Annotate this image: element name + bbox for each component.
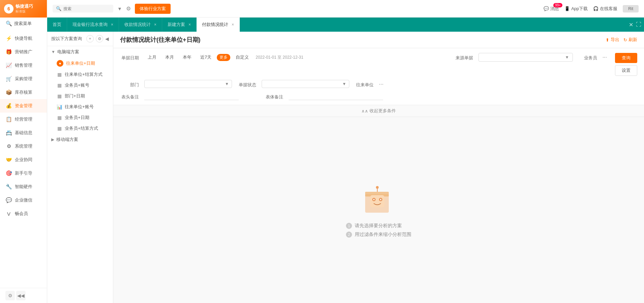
tab-bank-flow-close[interactable]: × [111, 22, 113, 27]
logo-text: 畅捷通巧 [16, 4, 33, 9]
tab-new-plan-close[interactable]: × [188, 22, 191, 27]
header-online-service-btn[interactable]: 🎧 在线客服 [593, 6, 617, 12]
scheme-item-salesman-account[interactable]: ▦ 业务员+账号 [47, 80, 113, 91]
sidebar-collapse-btn[interactable]: ◀◀ [16, 291, 26, 300]
capital-icon: 💰 [5, 102, 12, 109]
tab-close-btn[interactable]: ✕ [629, 22, 633, 28]
scheme-item-unit-settle[interactable]: ▦ 往来单位+结算方式 [47, 69, 113, 80]
sidebar-item-capital[interactable]: 💰 资金管理 [0, 99, 47, 113]
header-app-download-btn[interactable]: 📱 App下载 [564, 6, 588, 12]
header-trial-btn[interactable]: 体验行业方案 [135, 4, 171, 14]
scheme-icon: ▦ [57, 72, 62, 77]
date-option-this-year[interactable]: 本年 [179, 53, 195, 62]
header-user-area[interactable]: Rit [623, 5, 639, 12]
voucher-status-select[interactable]: ▼ [262, 80, 349, 88]
sidebar-item-label: 企业协同 [15, 157, 32, 163]
search-icon: 🔍 [5, 20, 12, 27]
tab-receipt-stats[interactable]: 收款情况统计 × [119, 18, 162, 32]
scheme-item-salesman-settle[interactable]: ▦ 业务员+结算方式 [47, 123, 113, 134]
chart-icon: 📊 [57, 104, 62, 110]
header-gear-btn[interactable]: ⚙ [126, 5, 131, 12]
date-option-this-month[interactable]: 本月 [162, 53, 177, 62]
sidebar-item-inventory[interactable]: 📦 库存核算 [0, 86, 47, 99]
sidebar-item-marketing[interactable]: 🎁 营销推广 [0, 45, 47, 59]
scheme-item-unit-account[interactable]: 📊 往来单位+账号 [47, 101, 113, 112]
scheme-panel-header: 按以下方案查询 + ⚙ ◀ [47, 32, 113, 46]
date-option-last-7[interactable]: 近7天 [197, 53, 215, 62]
quick-nav-icon: ⚡ [5, 35, 12, 42]
sales-icon: 📈 [5, 62, 12, 69]
header-search-input[interactable] [63, 6, 110, 11]
sidebar-item-member[interactable]: V 畅会员 [0, 207, 47, 220]
chevron-down-icon: ▼ [51, 50, 55, 54]
scheme-item-salesman-date[interactable]: ▦ 业务员+日期 [47, 112, 113, 123]
sidebar-item-label: 快捷导航 [15, 35, 32, 41]
scheme-collapse-icon[interactable]: ◀ [105, 36, 109, 41]
tab-bank-flow[interactable]: 现金银行流水查询 × [67, 18, 119, 32]
sidebar-item-label: 采购管理 [15, 76, 32, 82]
tab-home[interactable]: 首页 [47, 18, 67, 32]
table-body-input[interactable] [289, 92, 383, 100]
sidebar-item-basic-info[interactable]: 📇 基础信息 [0, 126, 47, 140]
settings-button[interactable]: 设置 [615, 65, 637, 76]
scheme-group-mobile-label: 移动端方案 [56, 137, 78, 143]
logo-version: 标准版 [16, 9, 33, 14]
tab-new-plan[interactable]: 新建方案 × [162, 18, 197, 32]
dept-label: 部门 [120, 80, 139, 88]
date-option-last-month[interactable]: 上月 [144, 53, 160, 62]
scheme-group-mobile-title[interactable]: ▶ 移动端方案 [47, 134, 113, 145]
table-header-input[interactable] [144, 92, 239, 100]
sidebar-item-operations[interactable]: 📋 经营管理 [0, 113, 47, 126]
refresh-btn[interactable]: ↻ 刷新 [623, 37, 637, 43]
tab-maximize-btn[interactable]: ⛶ [636, 22, 641, 28]
query-button[interactable]: 查询 [615, 53, 637, 63]
header-dropdown-btn[interactable]: ▼ [117, 6, 122, 11]
scheme-settings-btn[interactable]: ⚙ [96, 35, 103, 42]
collapse-conditions-btn[interactable]: ∧∧ 收起更多条件 [361, 108, 396, 114]
scheme-group-pc-title[interactable]: ▼ 电脑端方案 [47, 46, 113, 58]
filter-row-3: 表头备注 表体备注 [120, 92, 637, 100]
sidebar-header: 6 畅捷通巧 标准版 [0, 0, 47, 18]
export-icon: ⬆ [606, 37, 609, 42]
sidebar-item-sales[interactable]: 📈 销售管理 [0, 59, 47, 72]
header-search-box[interactable]: 🔍 [53, 5, 113, 12]
sidebar-item-wechat[interactable]: 💬 企业微信 [0, 193, 47, 207]
sidebar-item-system[interactable]: ⚙ 系统管理 [0, 140, 47, 153]
scheme-item-unit-date[interactable]: ● 往来单位+日期 [47, 58, 113, 69]
source-select[interactable]: ▼ [478, 53, 573, 62]
sidebar-item-quick-nav[interactable]: ⚡ 快捷导航 [0, 32, 47, 45]
export-btn[interactable]: ⬆ 导出 [606, 37, 619, 43]
salesman-label: 业务员 [578, 53, 597, 61]
right-panel: 付款情况统计(往来单位+日期) ⬆ 导出 ↻ 刷新 单据日期 [113, 32, 644, 303]
content-area: 按以下方案查询 + ⚙ ◀ ▼ 电脑端方案 ● 往来单位+日期 ▦ [47, 32, 644, 303]
related-unit-dots-btn[interactable]: ... [379, 80, 383, 86]
phone-icon: 📱 [564, 6, 570, 11]
tab-payment-stats-close[interactable]: × [232, 22, 234, 27]
date-option-custom[interactable]: 自定义 [232, 53, 252, 62]
dept-select[interactable]: ▼ [144, 80, 232, 88]
sidebar-item-guide[interactable]: 🎯 新手引导 [0, 166, 47, 180]
salesman-dots-btn[interactable]: ... [603, 53, 607, 59]
tab-payment-stats[interactable]: 付款情况统计 × [197, 18, 240, 32]
scheme-item-dept-date[interactable]: ▦ 部门+日期 [47, 91, 113, 101]
marketing-icon: 🎁 [5, 49, 12, 55]
status-arrow-icon: ▼ [342, 82, 346, 86]
scheme-add-btn[interactable]: + [86, 35, 94, 42]
sidebar-item-hardware[interactable]: 🔧 智能硬件 [0, 180, 47, 193]
sidebar-item-label: 新手引导 [15, 170, 32, 176]
related-unit-label: 往来单位 [355, 80, 374, 88]
header-message-btn[interactable]: 💬 消息 99+ [544, 6, 559, 12]
sidebar-settings-btn[interactable]: ⚙ [5, 291, 15, 300]
collapse-bar[interactable]: ∧∧ 收起更多条件 [113, 105, 644, 117]
tab-receipt-stats-close[interactable]: × [154, 22, 156, 27]
sidebar-item-purchase[interactable]: 🛒 采购管理 [0, 72, 47, 86]
date-option-more[interactable]: 更多 [217, 54, 230, 61]
cooperation-icon: 🤝 [5, 156, 12, 163]
main-area: 🔍 ▼ ⚙ 体验行业方案 💬 消息 99+ 📱 App下载 🎧 在线客服 Rit [47, 0, 644, 303]
sidebar-item-cooperation[interactable]: 🤝 企业协同 [0, 153, 47, 166]
message-badge: 99+ [553, 3, 562, 7]
sidebar-search[interactable]: 🔍 搜索菜单 [0, 18, 47, 30]
header-search-icon: 🔍 [56, 6, 61, 11]
empty-hint-2: 2 用过滤条件来缩小分析范围 [346, 232, 411, 238]
operations-icon: 📋 [5, 116, 12, 123]
